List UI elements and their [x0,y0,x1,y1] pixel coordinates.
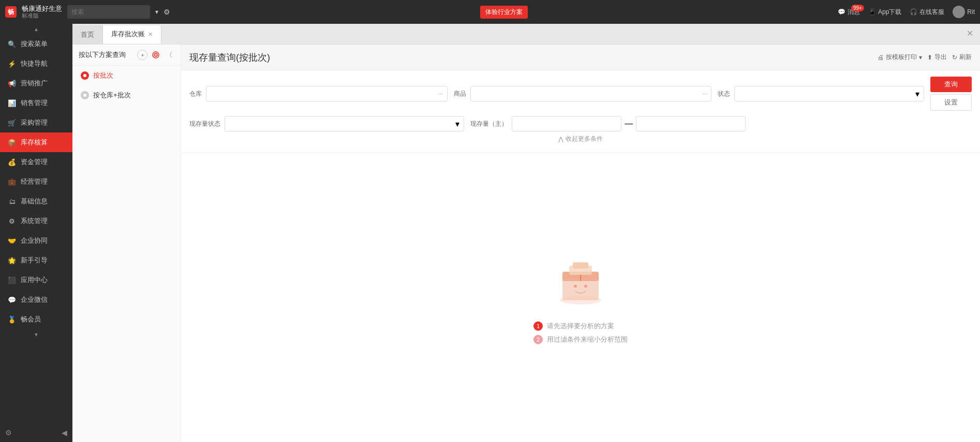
sidebar-label-membership: 畅会员 [21,315,41,324]
left-panel-header: 按以下方案查询 ＋ 《 [72,45,181,66]
experience-btn[interactable]: 体验行业方案 [480,6,528,19]
refresh-btn[interactable]: ↻ 刷新 [952,53,972,62]
sidebar-item-membership[interactable]: 🏅 畅会员 [0,310,72,329]
empty-state: 1 请先选择要分析的方案 2 用过滤条件来缩小分析范围 [181,153,980,442]
sidebar-item-apps[interactable]: ⬛ 应用中心 [0,270,72,290]
active-dot [81,71,89,80]
edition-label: 标准版 [22,12,62,19]
box-icon: 📦 [7,138,17,147]
sidebar-scroll-down[interactable]: ▼ [0,329,72,340]
sidebar-settings-icon[interactable]: ⚙ [5,429,12,437]
sidebar-collapse-icon[interactable]: ◀ [62,429,67,437]
online-service-btn[interactable]: 🎧 在线客服 [910,8,944,17]
tab-inventory-batch-label: 库存批次账 [111,30,145,39]
left-panel-title: 按以下方案查询 [79,50,126,60]
query-btn[interactable]: 查询 [930,77,972,92]
instruction-step2: 2 用过滤条件来缩小分析范围 [533,335,628,344]
left-panel-item-batch[interactable]: 按批次 [72,66,181,85]
goods-field: 商品 ··· [454,86,712,101]
app-download-btn[interactable]: 📱 App下载 [868,8,901,17]
print-icon: 🖨 [878,54,884,61]
sidebar-item-purchase[interactable]: 🛒 采购管理 [0,113,72,132]
left-panel: 按以下方案查询 ＋ 《 [72,45,181,442]
export-label: 导出 [934,53,947,62]
step1-circle: 1 [533,321,543,331]
status-label: 状态 [718,90,730,98]
settings-btn[interactable]: 设置 [930,94,972,111]
warehouse-input[interactable] [206,86,448,101]
sidebar-item-basics[interactable]: 🗂 基础信息 [0,191,72,211]
gear-icon: ⚙ [7,216,17,226]
tab-inventory-batch[interactable]: 库存批次账 ✕ [103,25,161,44]
sidebar-item-guide[interactable]: 🌟 新手引导 [0,251,72,270]
chevron-up-icon: ⋀ [558,136,563,143]
sidebar-item-inventory[interactable]: 📦 库存核算 [0,132,72,152]
refresh-label: 刷新 [959,53,972,62]
instruction-step1: 1 请先选择要分析的方案 [533,321,628,331]
app-logo: 畅 [5,6,17,18]
sidebar-item-system[interactable]: ⚙ 系统管理 [0,211,72,231]
empty-illustration [550,251,612,313]
search-input[interactable] [67,5,150,19]
messages-btn[interactable]: 💬 消息 99+ [838,8,860,17]
warehouse-input-wrap: ··· [206,86,448,101]
stock-status-label: 现存量状态 [189,120,220,128]
goods-more-icon[interactable]: ··· [702,90,707,97]
goods-input-wrap: ··· [470,86,712,101]
goods-label: 商品 [454,90,466,98]
sidebar: ▲ 🔍 搜索菜单 ⚡ 快捷导航 📢 营销推广 📊 销售管理 🛒 采购管理 📦 库… [0,24,72,442]
tab-home[interactable]: 首页 [72,25,103,44]
print-dropdown-icon[interactable]: ▾ [919,54,922,61]
topbar-gear-icon[interactable]: ⚙ [164,8,170,16]
user-profile[interactable]: Rit [953,6,975,18]
sidebar-item-wechat[interactable]: 💬 企业微信 [0,290,72,310]
print-template-btn[interactable]: 🖨 按模板打印 ▾ [878,53,922,62]
sidebar-item-sales[interactable]: 📊 销售管理 [0,93,72,113]
sidebar-label-purchase: 采购管理 [21,118,48,127]
company-name: 畅康通好生意 [22,5,62,13]
stock-status-select[interactable]: ▾ [225,116,464,131]
goods-input[interactable] [470,86,712,101]
collapse-label: 收起更多条件 [566,135,603,143]
step2-circle: 2 [533,335,543,344]
collapse-more-btn[interactable]: ⋀ 收起更多条件 [189,131,972,146]
team-icon: 🤝 [7,236,17,245]
stock-qty-to[interactable] [636,116,746,131]
sidebar-item-operations[interactable]: 💼 经营管理 [0,172,72,191]
stock-status-dropdown-icon: ▾ [455,119,459,129]
sidebar-label-marketing: 营销推广 [21,79,48,88]
username: Rit [967,8,975,16]
search-dropdown-icon[interactable]: ▾ [155,8,158,16]
warehouse-field: 仓库 ··· [189,86,448,101]
chart-icon: 📊 [7,98,17,108]
sidebar-item-search[interactable]: 🔍 搜索菜单 [0,34,72,54]
sidebar-item-marketing[interactable]: 📢 营销推广 [0,73,72,93]
filter-row-1: 仓库 ··· 商品 ··· [189,77,972,111]
inactive-dot [81,91,89,99]
export-btn[interactable]: ⬆ 导出 [927,53,947,62]
tab-close-btn[interactable]: ✕ [148,31,153,38]
sidebar-item-finance[interactable]: 💰 资金管理 [0,152,72,172]
collapse-panel-btn[interactable]: 《 [164,50,174,60]
sidebar-label-apps: 应用中心 [21,275,48,285]
svg-point-2 [155,54,156,55]
status-field: 状态 ▾ [718,86,924,101]
range-dash: — [625,119,633,128]
tab-home-label: 首页 [81,30,94,39]
tab-bar-close-btn[interactable]: ✕ [964,28,975,38]
sidebar-scroll-up[interactable]: ▲ [0,24,72,34]
left-panel-item-warehouse-batch[interactable]: 按仓库+批次 [72,85,181,105]
target-icon[interactable] [151,50,161,60]
add-scheme-btn[interactable]: ＋ [137,50,147,60]
warehouse-more-icon[interactable]: ··· [438,90,443,97]
wechat-icon: 💬 [7,295,17,304]
sidebar-item-quicknav[interactable]: ⚡ 快捷导航 [0,54,72,73]
stock-qty-from[interactable] [512,116,621,131]
print-label: 按模板打印 [886,53,917,62]
status-select[interactable]: ▾ [734,86,924,101]
sidebar-bottom: ⚙ ◀ [0,423,72,442]
topbar: 畅 畅康通好生意 标准版 ▾ ⚙ 体验行业方案 💬 消息 99+ 📱 App下载… [0,0,980,24]
sidebar-item-enterprise[interactable]: 🤝 企业协同 [0,231,72,251]
member-icon: 🏅 [7,315,17,324]
briefcase-icon: 💼 [7,177,17,186]
